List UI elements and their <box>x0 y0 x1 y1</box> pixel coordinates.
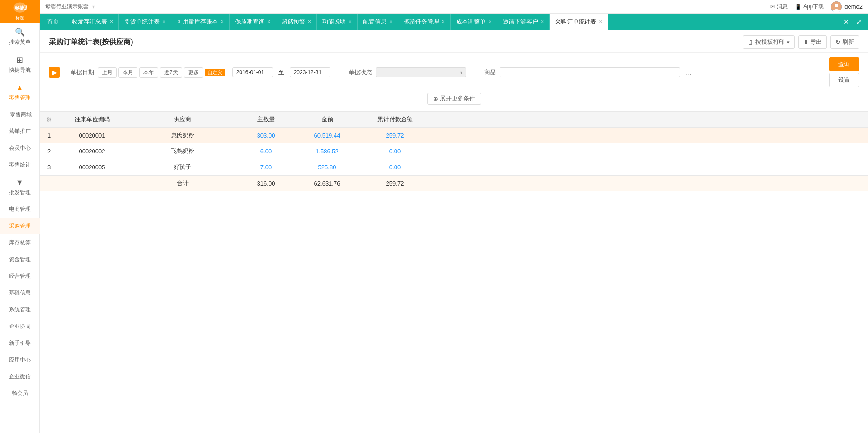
breadcrumb-text: 母婴行业演示账套 <box>45 3 89 10</box>
sidebar-item-inventory[interactable]: 库存核算 <box>0 234 40 251</box>
row1-amount[interactable]: 60,519.44 <box>293 128 361 143</box>
tab-caigoudingdan[interactable]: 采购订单统计表 × <box>550 14 608 30</box>
tab-yaohuo-close[interactable]: × <box>162 19 165 25</box>
tab-shoufaahui[interactable]: 收发存汇总表 × <box>66 14 119 30</box>
goods-input[interactable] <box>500 67 680 77</box>
table-body: 1 00020001 惠氏奶粉 303.00 60,519.44 259.72 … <box>40 128 868 176</box>
sidebar-item-base[interactable]: 基础信息 <box>0 285 40 301</box>
row2-amount-link[interactable]: 1,586.52 <box>316 148 339 155</box>
tab-peizhi-close[interactable]: × <box>389 19 392 25</box>
date-btn-this-month[interactable]: 本月 <box>118 67 137 78</box>
row3-amount-link[interactable]: 525.80 <box>318 164 336 171</box>
tab-baozhi[interactable]: 保质期查询 × <box>230 14 276 30</box>
row2-amount[interactable]: 1,586.52 <box>293 143 361 159</box>
refresh-button[interactable]: ↻ 刷新 <box>830 35 859 49</box>
sidebar-item-quicknav[interactable]: ⊞ 快捷导航 <box>0 51 40 79</box>
sidebar-item-appcenter[interactable]: 应用中心 <box>0 352 40 368</box>
sidebar-item-member2[interactable]: 畅会员 <box>0 385 40 402</box>
status-select[interactable]: 已审核 未审核 全部 <box>376 67 466 77</box>
message-btn[interactable]: ✉ 消息 <box>770 3 788 10</box>
tab-chaochuyujing-close[interactable]: × <box>308 19 311 25</box>
sidebar-item-wholesale[interactable]: ▼ 批发管理 <box>0 173 40 201</box>
tab-paihuorenwu[interactable]: 拣货任务管理 × <box>398 14 451 30</box>
print-label: 按模板打印 <box>755 38 785 46</box>
tab-gongneng-close[interactable]: × <box>349 19 352 25</box>
row3-paid-link[interactable]: 0.00 <box>389 164 401 171</box>
col-supplier-header: 供应商 <box>126 112 239 128</box>
tab-home[interactable]: 首页 <box>40 14 66 30</box>
tab-keyongliang-close[interactable]: × <box>221 19 224 25</box>
tab-keyongliang[interactable]: 可用量库存账本 × <box>171 14 230 30</box>
footer-empty1 <box>40 175 58 191</box>
row3-qty-link[interactable]: 7.00 <box>260 164 272 171</box>
tab-yaoqingxiayou[interactable]: 邀请下游客户 × <box>497 14 550 30</box>
date-btn-this-year[interactable]: 本年 <box>139 67 158 78</box>
tab-chaochuyujing[interactable]: 超储预警 × <box>276 14 317 30</box>
tab-shoufaahui-close[interactable]: × <box>110 19 113 25</box>
sidebar-item-purchase[interactable]: 采购管理 <box>0 218 40 234</box>
date-btn-more[interactable]: 更多 <box>184 67 203 78</box>
app-logo: 畅捷通 标题 <box>0 0 40 23</box>
sidebar-item-system[interactable]: 系统管理 <box>0 301 40 318</box>
tab-yaohuo[interactable]: 要货单统计表 × <box>119 14 171 30</box>
row1-amount-link[interactable]: 60,519.44 <box>314 132 340 139</box>
sidebar-item-retail-mall[interactable]: 零售商城 <box>0 106 40 123</box>
query-button[interactable]: 查询 <box>829 57 859 71</box>
export-button[interactable]: ⬇ 导出 <box>798 35 827 49</box>
row2-qty[interactable]: 6.00 <box>239 143 293 159</box>
row1-qty-link[interactable]: 303.00 <box>257 132 275 139</box>
date-btn-7days[interactable]: 近7天 <box>160 67 182 78</box>
date-to-input[interactable] <box>290 67 330 77</box>
table-row: 1 00020001 惠氏奶粉 303.00 60,519.44 259.72 <box>40 128 868 143</box>
row2-qty-link[interactable]: 6.00 <box>260 148 272 155</box>
row3-amount[interactable]: 525.80 <box>293 159 361 176</box>
sidebar-item-ecommerce[interactable]: 电商管理 <box>0 201 40 218</box>
tab-chengbentiaojian[interactable]: 成本调整单 × <box>451 14 497 30</box>
more-options-icon[interactable]: … <box>684 69 693 76</box>
row3-code: 00020005 <box>58 159 126 176</box>
tab-peizhi[interactable]: 配置信息 × <box>358 14 398 30</box>
row1-paid-link[interactable]: 259.72 <box>386 132 404 139</box>
row3-qty[interactable]: 7.00 <box>239 159 293 176</box>
sidebar-item-operations[interactable]: 经营管理 <box>0 268 40 285</box>
table-container: ⚙ 往来单位编码 供应商 主数量 金额 累计付款金额 1 00020001 <box>40 111 868 433</box>
tab-yaoqingxiayou-close[interactable]: × <box>541 19 544 25</box>
row1-paid[interactable]: 259.72 <box>361 128 429 143</box>
row1-qty[interactable]: 303.00 <box>239 128 293 143</box>
sidebar-item-retail[interactable]: ▲ 零售管理 <box>0 79 40 106</box>
tab-chengbentiaojian-close[interactable]: × <box>488 19 491 25</box>
date-btn-last-month[interactable]: 上月 <box>98 67 117 78</box>
app-download-btn[interactable]: 📱 App下载 <box>795 3 824 10</box>
sidebar-item-enterprise[interactable]: 企业协同 <box>0 318 40 335</box>
print-button[interactable]: 🖨 按模板打印 ▾ <box>743 35 795 49</box>
tab-close-all[interactable]: ✕ <box>841 16 852 27</box>
tab-caigoudingdan-close[interactable]: × <box>599 19 602 25</box>
tab-maximize[interactable]: ⤢ <box>854 16 864 27</box>
sidebar-item-corpwx[interactable]: 企业微信 <box>0 368 40 385</box>
settings-button[interactable]: 设置 <box>829 73 859 87</box>
expand-filter-btn[interactable]: ⊕ 展开更多条件 <box>427 93 481 105</box>
row2-paid[interactable]: 0.00 <box>361 143 429 159</box>
date-from-input[interactable] <box>232 67 273 77</box>
row2-paid-link[interactable]: 0.00 <box>389 148 401 155</box>
date-filter-label: 单据日期 <box>71 68 94 76</box>
user-menu[interactable]: demo2 <box>831 1 863 12</box>
sidebar-item-member[interactable]: 会员中心 <box>0 140 40 157</box>
sidebar-item-newguide[interactable]: 新手引导 <box>0 335 40 352</box>
tab-paihuorenwu-close[interactable]: × <box>442 19 445 25</box>
svg-text:畅捷通: 畅捷通 <box>14 5 27 10</box>
tab-caigoudingdan-label: 采购订单统计表 <box>555 18 596 26</box>
newguide-label: 新手引导 <box>9 339 31 347</box>
filter-toggle-btn[interactable]: ▶ <box>49 67 60 78</box>
sidebar-item-marketing[interactable]: 营销推广 <box>0 123 40 140</box>
marketing-label: 营销推广 <box>9 128 31 135</box>
tab-baozhi-close[interactable]: × <box>267 19 270 25</box>
column-settings-icon[interactable]: ⚙ <box>46 116 52 123</box>
tab-gongneng[interactable]: 功能说明 × <box>317 14 358 30</box>
sidebar-item-finance[interactable]: 资金管理 <box>0 251 40 268</box>
sidebar-item-search[interactable]: 🔍 搜索英单 <box>0 23 40 51</box>
sidebar-item-retail-stats[interactable]: 零售统计 <box>0 157 40 173</box>
sidebar-item-retail-label: 零售管理 <box>9 94 31 102</box>
row3-paid[interactable]: 0.00 <box>361 159 429 176</box>
sidebar-item-quicknav-label: 快捷导航 <box>9 67 31 74</box>
